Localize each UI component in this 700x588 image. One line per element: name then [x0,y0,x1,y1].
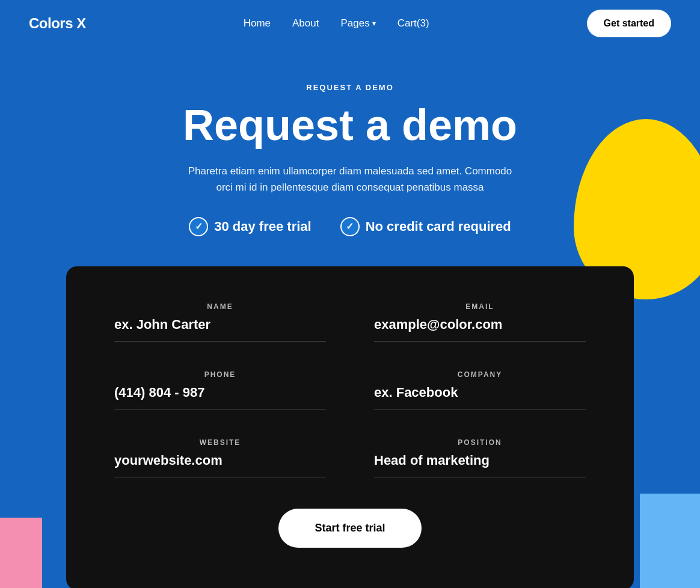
name-input[interactable] [114,317,326,341]
hero-section: REQUEST A DEMO Request a demo Pharetra e… [0,47,700,588]
website-input[interactable] [114,453,326,477]
check-icon-nocard: ✓ [340,217,360,236]
logo[interactable]: Colors X [29,15,86,32]
hero-subtitle: Pharetra etiam enim ullamcorper diam mal… [182,163,518,195]
trial-badge: ✓ 30 day free trial [189,217,311,236]
form-grid: NAME EMAIL PHONE COMPANY [114,302,586,477]
hero-label: REQUEST A DEMO [24,83,676,92]
name-label: NAME [114,302,326,311]
pink-block-decoration [0,518,42,588]
no-card-badge: ✓ No credit card required [340,217,511,236]
phone-form-field: PHONE [114,370,326,409]
position-label: POSITION [374,438,586,447]
phone-input[interactable] [114,385,326,409]
name-form-field: NAME [114,302,326,341]
website-label: WEBSITE [114,438,326,447]
nav-home[interactable]: Home [244,17,271,29]
nav-cart[interactable]: Cart(3) [398,17,429,29]
start-trial-button[interactable]: Start free trial [278,509,421,548]
navbar: Colors X Home About Pages ▾ Cart(3) Get … [0,0,700,47]
phone-label: PHONE [114,370,326,379]
hero-title: Request a demo [24,103,676,149]
email-form-field: EMAIL [374,302,586,341]
chevron-down-icon: ▾ [372,19,376,28]
website-form-field: WEBSITE [114,438,326,477]
blue-block-decoration [640,494,700,588]
position-input[interactable] [374,453,586,477]
nav-links: Home About Pages ▾ Cart(3) [244,17,429,29]
email-label: EMAIL [374,302,586,311]
company-form-field: COMPANY [374,370,586,409]
company-input[interactable] [374,385,586,409]
demo-form: NAME EMAIL PHONE COMPANY [66,266,634,588]
company-label: COMPANY [374,370,586,379]
email-input[interactable] [374,317,586,341]
nav-pages[interactable]: Pages ▾ [340,17,375,29]
get-started-button[interactable]: Get started [587,10,671,37]
position-form-field: POSITION [374,438,586,477]
nav-about[interactable]: About [292,17,319,29]
check-icon-trial: ✓ [189,217,208,236]
